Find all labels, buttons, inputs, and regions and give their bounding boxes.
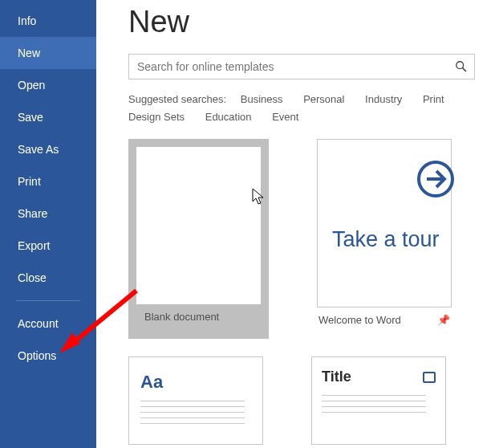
suggest-link-industry[interactable]: Industry xyxy=(365,91,402,108)
sidebar-item-save-as[interactable]: Save As xyxy=(0,133,96,165)
aa-preview-lines xyxy=(140,401,245,429)
template-blank-document[interactable]: Blank document xyxy=(128,139,269,339)
template-single-spaced[interactable]: Aa xyxy=(128,356,263,445)
aa-label: Aa xyxy=(140,372,163,393)
search-box[interactable] xyxy=(128,54,475,79)
sidebar-divider xyxy=(16,300,80,301)
suggest-link-design-sets[interactable]: Design Sets xyxy=(128,108,185,126)
search-input[interactable] xyxy=(137,60,455,73)
template-gallery: Blank document Take a tour Welcome to Wo… xyxy=(128,139,499,339)
page-title: New xyxy=(128,5,499,39)
sidebar-item-print[interactable]: Print xyxy=(0,165,96,198)
sidebar-item-export[interactable]: Export xyxy=(0,230,96,262)
pin-icon[interactable]: 📌 xyxy=(437,314,450,326)
suggested-searches: Suggested searches: Business Personal In… xyxy=(128,91,481,126)
sidebar-item-save[interactable]: Save xyxy=(0,101,96,133)
sidebar-item-options[interactable]: Options xyxy=(0,340,96,372)
suggest-link-education[interactable]: Education xyxy=(205,108,252,126)
search-icon[interactable] xyxy=(455,60,468,73)
suggest-link-print[interactable]: Print xyxy=(423,91,444,108)
template-caption: Blank document xyxy=(136,304,261,331)
sidebar-item-close[interactable]: Close xyxy=(0,262,96,294)
svg-line-1 xyxy=(463,68,466,71)
backstage-sidebar: Info New Open Save Save As Print Share E… xyxy=(0,0,96,448)
title-preview-lines xyxy=(322,395,436,417)
template-caption: Welcome to Word 📌 xyxy=(317,307,452,326)
main-panel: New Suggested searches: Business Persona… xyxy=(96,0,499,448)
suggest-label: Suggested searches: xyxy=(128,93,226,105)
title-label: Title xyxy=(322,369,351,385)
template-title[interactable]: Title xyxy=(311,356,446,445)
sidebar-item-new[interactable]: New xyxy=(0,37,96,69)
svg-point-0 xyxy=(456,62,464,69)
template-thumb-tour[interactable]: Take a tour xyxy=(317,139,452,307)
sidebar-item-info[interactable]: Info xyxy=(0,5,96,37)
sidebar-item-share[interactable]: Share xyxy=(0,198,96,230)
sidebar-item-open[interactable]: Open xyxy=(0,69,96,101)
suggest-link-event[interactable]: Event xyxy=(272,108,298,126)
tour-arrow-icon xyxy=(416,159,456,199)
title-placeholder-icon xyxy=(423,372,436,383)
sidebar-item-account[interactable]: Account xyxy=(0,307,96,340)
tour-text: Take a tour xyxy=(332,226,440,252)
suggest-link-personal[interactable]: Personal xyxy=(303,91,344,108)
suggest-link-business[interactable]: Business xyxy=(241,91,283,108)
template-welcome-tour[interactable]: Take a tour Welcome to Word 📌 xyxy=(317,139,457,339)
template-thumb-blank[interactable] xyxy=(136,147,261,304)
template-gallery-row2: Aa Title xyxy=(128,356,499,445)
